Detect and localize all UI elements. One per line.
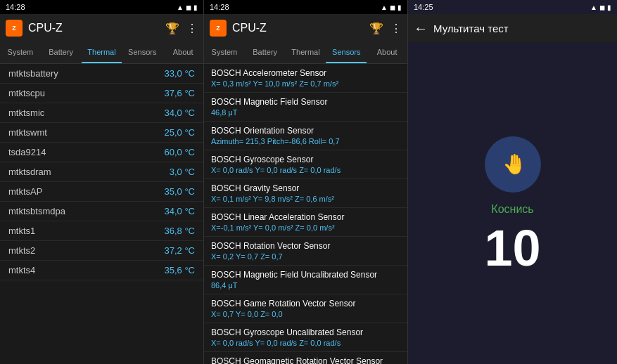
thermal-name: mtktscpu (8, 88, 164, 98)
touch-label: Коснись (491, 203, 533, 216)
tab-bar-middle: System Battery Thermal Sensors About (204, 42, 407, 64)
sensor-value: X= 0,0 rad/s Y= 0,0 rad/s Z= 0,0 rad/s (211, 339, 400, 347)
list-item: BOSCH Magnetic Field Uncalibrated Sensor… (204, 266, 407, 294)
status-bar-right: 14:25 ▲ ◼ ▮ (408, 0, 617, 14)
thermal-name: mtktsbattery (8, 68, 164, 79)
time-left: 14:28 (6, 3, 25, 11)
sensor-value: X= 0,7 Y= 0,0 Z= 0,0 (211, 310, 400, 318)
menu-icon-middle[interactable]: ⋮ (390, 22, 402, 35)
table-row: mtkts4 35,6 °C (0, 261, 203, 280)
list-item: BOSCH Gravity Sensor X= 0,1 m/s² Y= 9,8 … (204, 179, 407, 208)
table-row: mtktsAP 35,0 °C (0, 182, 203, 202)
thermal-name: mtktsAP (8, 186, 164, 197)
app-bar-right: ← Мультитач тест (408, 14, 617, 42)
thermal-value: 37,6 °C (164, 88, 195, 98)
status-bar-left: 14:28 ▲ ◼ ▮ (0, 0, 203, 14)
app-bar-middle: Z CPU-Z 🏆 ⋮ (204, 14, 407, 42)
signal-icon-left: ◼ (186, 4, 191, 11)
menu-icon-left[interactable]: ⋮ (186, 22, 198, 35)
sensor-name: BOSCH Gyroscope Uncalibrated Sensor (211, 327, 400, 337)
thermal-value: 35,0 °C (164, 186, 195, 197)
time-right: 14:25 (414, 3, 433, 11)
sensor-value: X=-0,1 m/s² Y= 0,0 m/s² Z= 0,0 m/s² (211, 223, 400, 232)
app-title-middle: CPU-Z (232, 22, 364, 34)
sensor-value: X= 0,0 rad/s Y= 0,0 rad/s Z= 0,0 rad/s (211, 166, 400, 174)
tab-battery-middle[interactable]: Battery (245, 42, 286, 63)
status-icons-right: ▲ ◼ ▮ (590, 4, 611, 11)
table-row: tsda9214 60,0 °C (0, 143, 203, 162)
svg-text:🤚: 🤚 (502, 152, 527, 176)
list-item: BOSCH Gyroscope Sensor X= 0,0 rad/s Y= 0… (204, 150, 407, 179)
tab-thermal-middle[interactable]: Thermal (286, 42, 326, 63)
tab-thermal-left[interactable]: Thermal (82, 42, 122, 63)
thermal-value: 3,0 °C (170, 167, 195, 177)
time-middle: 14:28 (210, 3, 229, 11)
signal-icon-right: ◼ (599, 4, 605, 11)
status-icons-left: ▲ ◼ ▮ (177, 4, 198, 11)
thermal-name: mtkts1 (8, 226, 164, 236)
list-item: BOSCH Game Rotation Vector Sensor X= 0,7… (204, 294, 407, 323)
tab-about-middle[interactable]: About (367, 42, 407, 63)
back-button[interactable]: ← (414, 20, 428, 37)
table-row: mtktsbattery 33,0 °C (0, 64, 203, 84)
thermal-name: mtkts2 (8, 245, 164, 256)
table-row: mtkts2 37,2 °C (0, 241, 203, 261)
table-row: mtktscpu 37,6 °C (0, 84, 203, 103)
thermal-name: mtktswmt (8, 127, 164, 138)
sensor-value: 46,8 μT (211, 108, 400, 117)
table-row: mtktsdram 3,0 °C (0, 162, 203, 182)
app-bar-left: Z CPU-Z 🏆 ⋮ (0, 14, 203, 42)
battery-icon-middle: ▮ (397, 4, 402, 11)
app-bar-icons-middle: 🏆 ⋮ (369, 22, 402, 35)
sensor-name: BOSCH Linear Acceleration Sensor (211, 212, 400, 222)
battery-icon-left: ▮ (193, 4, 198, 11)
status-bar-middle: 14:28 ▲ ◼ ▮ (204, 0, 407, 14)
list-item: BOSCH Linear Acceleration Sensor X=-0,1 … (204, 208, 407, 237)
thermal-name: mtktsmic (8, 108, 164, 118)
thermal-name: tsda9214 (8, 147, 164, 157)
touch-icon: 🤚 (481, 133, 545, 196)
thermal-name: mtkts4 (8, 265, 164, 275)
thermal-value: 34,0 °C (164, 206, 195, 216)
thermal-value: 25,0 °C (164, 127, 195, 138)
panel-left: 14:28 ▲ ◼ ▮ Z CPU-Z 🏆 ⋮ System Battery T… (0, 0, 204, 364)
sensor-name: BOSCH Rotation Vector Sensor (211, 241, 400, 251)
tab-about-left[interactable]: About (163, 42, 203, 63)
signal-icon-middle: ◼ (390, 4, 395, 11)
thermal-value: 33,0 °C (164, 68, 195, 79)
tab-bar-left: System Battery Thermal Sensors About (0, 42, 203, 64)
tab-battery-left[interactable]: Battery (41, 42, 82, 63)
sensor-name: BOSCH Magnetic Field Uncalibrated Sensor (211, 270, 400, 280)
tab-sensors-middle[interactable]: Sensors (326, 42, 367, 63)
touch-icon-bg: 🤚 (485, 136, 541, 193)
thermal-content: mtktsbattery 33,0 °C mtktscpu 37,6 °C mt… (0, 64, 203, 364)
panel-middle: 14:28 ▲ ◼ ▮ Z CPU-Z 🏆 ⋮ System Battery T… (204, 0, 408, 364)
tab-sensors-left[interactable]: Sensors (122, 42, 163, 63)
app-title-left: CPU-Z (28, 22, 160, 34)
thermal-value: 37,2 °C (164, 245, 195, 256)
table-row: mtktswmt 25,0 °C (0, 123, 203, 143)
sensor-name: BOSCH Gyroscope Sensor (211, 155, 400, 164)
wifi-icon-right: ▲ (590, 4, 597, 11)
hand-icon: 🤚 (495, 147, 530, 182)
thermal-name: mtktsbtsmdpa (8, 206, 164, 216)
thermal-value: 60,0 °C (164, 147, 195, 157)
table-row: mtktsmic 34,0 °C (0, 103, 203, 123)
trophy-icon-middle[interactable]: 🏆 (369, 22, 383, 35)
list-item: BOSCH Geomagnetic Rotation Vector Sensor… (204, 352, 407, 364)
table-row: mtkts1 36,8 °C (0, 221, 203, 241)
list-item: BOSCH Magnetic Field Sensor 46,8 μT (204, 93, 407, 122)
list-item: BOSCH Gyroscope Uncalibrated Sensor X= 0… (204, 323, 407, 352)
trophy-icon-left[interactable]: 🏆 (165, 22, 179, 35)
wifi-icon-left: ▲ (177, 4, 184, 11)
sensor-value: Azimuth= 215,3 Pitch=-86,6 Roll= 0,7 (211, 137, 400, 145)
sensor-value: X= 0,3 m/s² Y= 10,0 m/s² Z= 0,7 m/s² (211, 79, 400, 88)
thermal-value: 36,8 °C (164, 226, 195, 236)
logo-left: Z (6, 20, 23, 37)
list-item: BOSCH Orientation Sensor Azimuth= 215,3 … (204, 122, 407, 150)
battery-icon-right: ▮ (607, 4, 611, 11)
tab-system-middle[interactable]: System (204, 42, 245, 63)
tab-system-left[interactable]: System (0, 42, 41, 63)
sensor-name: BOSCH Gravity Sensor (211, 183, 400, 193)
touch-area[interactable]: 🤚 Коснись 10 (408, 42, 617, 364)
